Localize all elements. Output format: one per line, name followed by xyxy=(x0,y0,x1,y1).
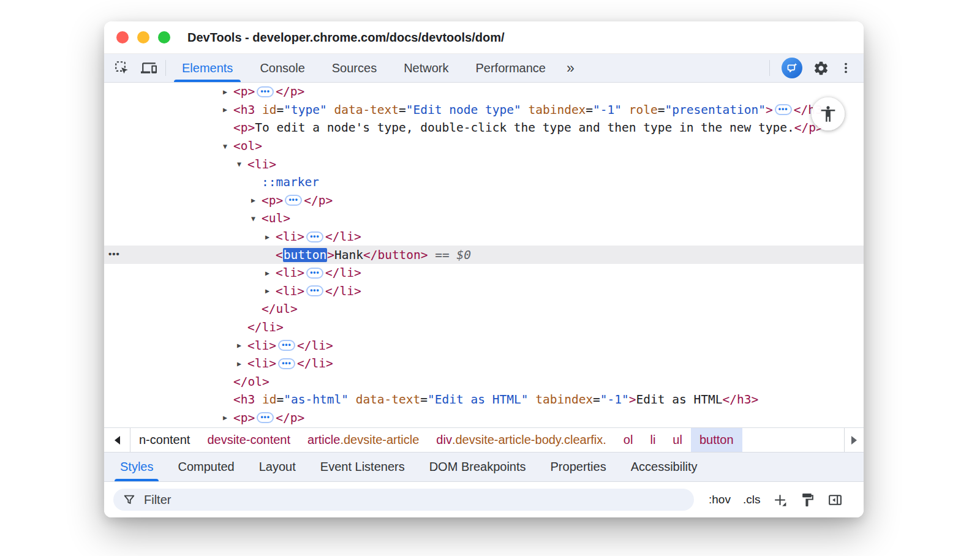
dom-tree-line[interactable]: ▶<li>•••</li> xyxy=(104,282,864,301)
styles-tab-accessibility[interactable]: Accessibility xyxy=(619,453,710,481)
collapsed-content-ellipsis-button[interactable]: ••• xyxy=(257,86,274,97)
dom-tree-line[interactable]: ▶<li>•••</li> xyxy=(104,355,864,373)
collapsed-content-ellipsis-button[interactable]: ••• xyxy=(285,195,302,206)
tab-console[interactable]: Console xyxy=(246,54,318,82)
collapsed-content-ellipsis-button[interactable]: ••• xyxy=(278,358,295,369)
dom-tree-line[interactable]: </ol> xyxy=(104,373,864,391)
code-token-text: = xyxy=(276,393,284,407)
code-token-tag: < xyxy=(276,248,283,262)
collapsed-content-ellipsis-button[interactable]: ••• xyxy=(306,268,323,279)
dom-tree-line[interactable]: ▶<p>•••</p> xyxy=(104,83,864,101)
breadcrumb-item[interactable]: article.devsite-article xyxy=(299,428,428,452)
dom-tree-line[interactable]: <h3 id="as-html" data-text="Edit as HTML… xyxy=(104,391,864,409)
row-actions-dots-icon[interactable]: ••• xyxy=(108,249,120,259)
collapsed-content-ellipsis-button[interactable]: ••• xyxy=(257,412,274,423)
breadcrumb-item[interactable]: n-content xyxy=(130,428,198,452)
dom-tree-line[interactable]: •••<button>Hank</button> == $0 xyxy=(104,246,864,264)
collapsed-content-ellipsis-button[interactable]: ••• xyxy=(278,340,295,351)
filter-bar: Filter :hov .cls xyxy=(104,481,864,517)
breadcrumb-forward-button[interactable] xyxy=(844,428,864,452)
disclosure-right-icon[interactable]: ▶ xyxy=(265,287,276,295)
code-token-attr: role xyxy=(629,103,658,117)
new-style-rule-plus-icon[interactable] xyxy=(772,492,788,508)
settings-gear-icon[interactable] xyxy=(812,58,830,78)
dom-tree-line[interactable]: ::marker xyxy=(104,173,864,192)
disclosure-right-icon[interactable]: ▶ xyxy=(251,196,262,205)
disclosure-down-icon[interactable]: ▼ xyxy=(237,160,247,168)
styles-tab-styles[interactable]: Styles xyxy=(108,453,165,481)
breadcrumb-item[interactable]: li xyxy=(641,428,664,452)
disclosure-right-icon[interactable]: ▶ xyxy=(223,413,233,422)
zoom-window-button[interactable] xyxy=(158,31,170,43)
collapsed-content-ellipsis-button[interactable]: ••• xyxy=(306,285,323,296)
dom-tree-line[interactable]: <p>To edit a node's type, double-click t… xyxy=(104,119,864,137)
breadcrumb-token: .devsite-article-body.clearfix. xyxy=(452,433,606,447)
disclosure-down-icon[interactable]: ▼ xyxy=(223,142,233,151)
breadcrumb-back-button[interactable] xyxy=(104,428,130,452)
styles-tab-dom-breakpoints[interactable]: DOM Breakpoints xyxy=(417,453,538,481)
dom-tree-line[interactable]: </ul> xyxy=(104,300,864,318)
code-token-text xyxy=(349,393,356,407)
disclosure-right-icon[interactable]: ▶ xyxy=(265,233,276,241)
code-token-tag: <p> xyxy=(233,85,255,99)
disclosure-right-icon[interactable]: ▶ xyxy=(223,88,233,96)
dom-tree-line[interactable]: ▼<ol> xyxy=(104,137,864,156)
rendering-brush-icon[interactable] xyxy=(800,492,815,508)
toolbar-divider xyxy=(769,60,770,76)
inspect-icon[interactable] xyxy=(111,58,132,78)
styles-tab-layout[interactable]: Layout xyxy=(247,453,308,481)
minimize-window-button[interactable] xyxy=(137,31,149,43)
code-token-text: = xyxy=(593,393,600,407)
more-tabs-chevron[interactable]: » xyxy=(559,54,582,82)
disclosure-right-icon[interactable]: ▶ xyxy=(237,359,247,368)
ai-assistant-icon[interactable] xyxy=(782,58,802,78)
code-token-tag: </p> xyxy=(304,193,333,208)
tab-network[interactable]: Network xyxy=(390,54,462,82)
breadcrumb-item[interactable]: button xyxy=(691,428,742,452)
tab-performance[interactable]: Performance xyxy=(462,54,560,82)
toggle-sidebar-icon[interactable] xyxy=(827,492,843,508)
close-window-button[interactable] xyxy=(116,31,129,43)
dom-tree-line[interactable]: ▶<li>•••</li> xyxy=(104,228,864,246)
disclosure-right-icon[interactable]: ▶ xyxy=(265,269,276,277)
dom-tree-line[interactable]: ▶<li>•••</li> xyxy=(104,336,864,355)
breadcrumb-item[interactable]: ul xyxy=(664,428,691,452)
panel-tabs: ElementsConsoleSourcesNetworkPerformance xyxy=(168,54,559,82)
styles-filter-input[interactable]: Filter xyxy=(113,489,694,511)
breadcrumb-item[interactable]: devsite-content xyxy=(198,428,299,452)
dom-tree-line[interactable]: ▼<ul> xyxy=(104,209,864,228)
code-token-tag: <li> xyxy=(247,356,276,370)
styles-toolbar-controls: :hov .cls xyxy=(709,492,843,508)
dom-tree-line[interactable]: </li> xyxy=(104,318,864,337)
disclosure-down-icon[interactable]: ▼ xyxy=(251,214,262,223)
dom-tree-line[interactable]: ▶<li>•••</li> xyxy=(104,264,864,282)
devtools-window: DevTools - developer.chrome.com/docs/dev… xyxy=(104,21,864,517)
device-toolbar-icon[interactable] xyxy=(138,58,159,78)
tab-sources[interactable]: Sources xyxy=(318,54,390,82)
styles-tab-event-listeners[interactable]: Event Listeners xyxy=(308,453,417,481)
code-token-text xyxy=(528,393,535,407)
code-token-tag: <h3 xyxy=(233,103,255,117)
collapsed-content-ellipsis-button[interactable]: ••• xyxy=(775,104,792,115)
code-token-text xyxy=(327,103,334,117)
code-token-val: "-1" xyxy=(600,393,629,407)
styles-tab-bar: StylesComputedLayoutEvent ListenersDOM B… xyxy=(104,452,864,481)
code-token-tag: </li> xyxy=(297,356,333,370)
dom-tree-line[interactable]: ▶<h3 id="type" data-text="Edit node type… xyxy=(104,101,864,119)
toggle-element-classes-button[interactable]: .cls xyxy=(743,493,761,506)
disclosure-right-icon[interactable]: ▶ xyxy=(223,105,233,114)
filter-placeholder: Filter xyxy=(144,493,171,507)
styles-tab-properties[interactable]: Properties xyxy=(538,453,619,481)
dom-tree-line[interactable]: ▶<p>•••</p> xyxy=(104,192,864,210)
code-token-tag: <li> xyxy=(247,157,276,171)
more-menu-kebab-icon[interactable] xyxy=(839,58,853,78)
collapsed-content-ellipsis-button[interactable]: ••• xyxy=(306,231,323,242)
styles-tab-computed[interactable]: Computed xyxy=(165,453,246,481)
dom-tree-line[interactable]: ▶<p>•••</p> xyxy=(104,409,864,427)
toggle-hover-state-button[interactable]: :hov xyxy=(709,493,731,506)
dom-tree-line[interactable]: ▼<li> xyxy=(104,155,864,173)
breadcrumb-item[interactable]: div.devsite-article-body.clearfix. xyxy=(428,428,615,452)
breadcrumb-item[interactable]: ol xyxy=(615,428,642,452)
tab-elements[interactable]: Elements xyxy=(168,54,246,82)
disclosure-right-icon[interactable]: ▶ xyxy=(237,341,247,350)
